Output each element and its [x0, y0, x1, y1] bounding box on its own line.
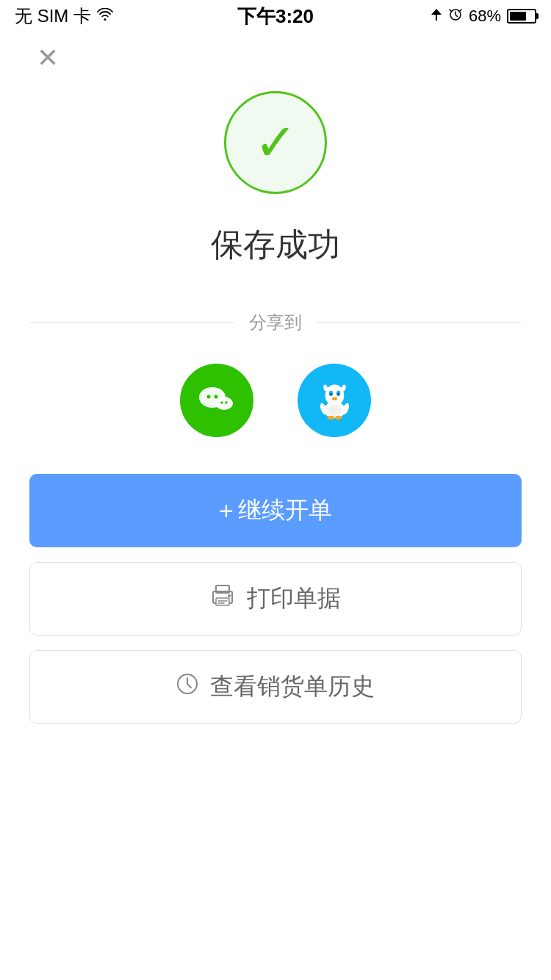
clock-icon: [176, 673, 198, 701]
svg-point-11: [337, 392, 339, 394]
svg-point-2: [215, 397, 233, 410]
svg-rect-23: [216, 598, 229, 605]
checkmark-icon: ✓: [254, 117, 298, 168]
svg-point-3: [207, 395, 211, 399]
wifi-icon: [97, 8, 113, 25]
divider-line-right: [317, 323, 522, 323]
share-label: 分享到: [249, 311, 302, 334]
svg-point-4: [215, 395, 218, 399]
divider-line-left: [29, 323, 234, 323]
close-icon: ✕: [37, 45, 59, 71]
history-button[interactable]: 查看销货单历史: [29, 650, 522, 724]
continue-label: 继续开单: [238, 494, 332, 527]
svg-point-10: [330, 392, 332, 394]
success-title: 保存成功: [211, 223, 340, 267]
continue-button[interactable]: + 继续开单: [29, 474, 522, 547]
print-label: 打印单据: [247, 583, 341, 615]
printer-icon: [210, 585, 235, 613]
svg-point-19: [327, 415, 334, 419]
main-content: ✓ 保存成功 分享到: [0, 32, 551, 724]
alarm-icon: [448, 7, 463, 26]
close-button[interactable]: ✕: [29, 40, 66, 76]
carrier-text: 无 SIM 卡: [15, 4, 91, 28]
svg-point-12: [331, 397, 336, 400]
battery-percent: 68%: [469, 7, 501, 26]
success-circle: ✓: [224, 91, 327, 194]
svg-point-24: [228, 594, 231, 597]
svg-point-6: [225, 401, 228, 404]
battery-icon: [507, 9, 536, 24]
status-right: 68%: [431, 7, 536, 26]
share-divider: 分享到: [29, 311, 522, 334]
history-label: 查看销货单历史: [210, 671, 375, 703]
status-bar: 无 SIM 卡 下午3:20 68%: [0, 0, 551, 32]
svg-point-5: [220, 401, 223, 404]
share-icons-row: [29, 364, 522, 437]
share-section: 分享到: [0, 311, 551, 437]
action-buttons: + 继续开单 打印单据: [0, 474, 551, 724]
svg-point-16: [328, 405, 341, 416]
location-icon: [431, 7, 442, 26]
status-left: 无 SIM 卡: [15, 4, 113, 28]
continue-plus-icon: +: [219, 497, 234, 525]
wechat-share-button[interactable]: [180, 364, 253, 437]
svg-point-20: [334, 415, 341, 419]
qq-share-button[interactable]: [298, 364, 371, 437]
status-time: 下午3:20: [237, 4, 314, 29]
print-button[interactable]: 打印单据: [29, 562, 522, 635]
